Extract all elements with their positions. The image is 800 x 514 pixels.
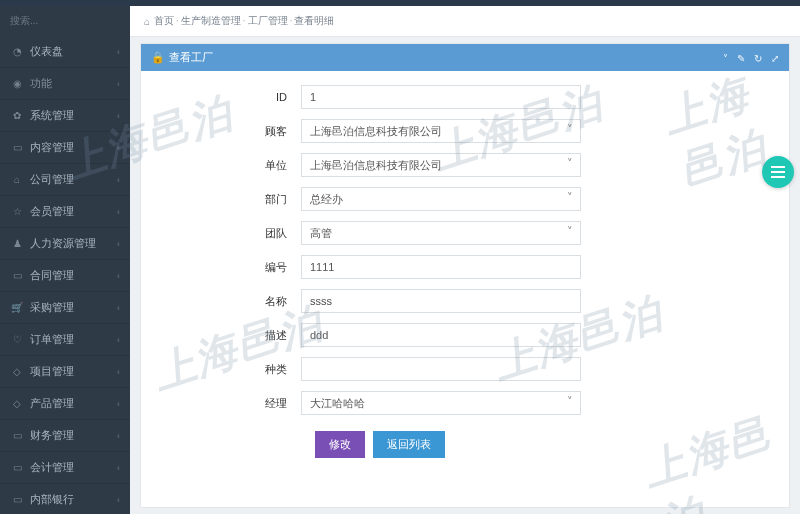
chevron-left-icon: ‹	[117, 79, 120, 89]
sidebar-item-6[interactable]: ♟人力资源管理‹	[0, 228, 130, 260]
breadcrumb-item[interactable]: 工厂管理	[248, 15, 288, 26]
chevron-left-icon: ‹	[117, 303, 120, 313]
chevron-left-icon: ‹	[117, 335, 120, 345]
field-label: 编号	[161, 260, 301, 275]
menu-item-icon: ▭	[10, 462, 24, 473]
sidebar-item-8[interactable]: 🛒采购管理‹	[0, 292, 130, 324]
sidebar-item-12[interactable]: ▭财务管理‹	[0, 420, 130, 452]
field-input-5[interactable]	[301, 255, 581, 279]
menu-item-icon: ☆	[10, 206, 24, 217]
field-input-4[interactable]	[301, 221, 581, 245]
sidebar-item-1[interactable]: ◉功能‹	[0, 68, 130, 100]
tool-chevdown-icon[interactable]: ˅	[723, 53, 728, 64]
fab-menu-icon[interactable]	[762, 156, 794, 188]
chevron-left-icon: ‹	[117, 367, 120, 377]
sidebar-item-2[interactable]: ✿系统管理‹	[0, 100, 130, 132]
field-label: ID	[161, 91, 301, 103]
form-row-3: 部门	[161, 187, 769, 211]
sidebar: 搜索... ◔仪表盘‹◉功能‹✿系统管理‹▭内容管理‹⌂公司管理‹☆会员管理‹♟…	[0, 6, 130, 514]
menu-item-icon: ▭	[10, 430, 24, 441]
chevron-left-icon: ‹	[117, 143, 120, 153]
form-row-5: 编号	[161, 255, 769, 279]
breadcrumb-item[interactable]: 生产制造管理	[181, 15, 241, 26]
sidebar-item-7[interactable]: ▭合同管理‹	[0, 260, 130, 292]
menu-item-icon: 🛒	[10, 302, 24, 313]
field-input-9[interactable]	[301, 391, 581, 415]
chevron-left-icon: ‹	[117, 207, 120, 217]
chevron-left-icon: ‹	[117, 431, 120, 441]
field-label: 顾客	[161, 124, 301, 139]
menu-item-label: 功能	[30, 76, 117, 91]
main-area: ⌂ 首页·生产制造管理·工厂管理·查看明细 🔒 查看工厂 ˅ ✎ ↻ ⤢ ID顾…	[130, 6, 800, 514]
field-input-8[interactable]	[301, 357, 581, 381]
field-input-3[interactable]	[301, 187, 581, 211]
sidebar-item-5[interactable]: ☆会员管理‹	[0, 196, 130, 228]
form-row-9: 经理	[161, 391, 769, 415]
lock-icon: 🔒	[151, 51, 165, 64]
field-label: 经理	[161, 396, 301, 411]
menu-item-icon: ◔	[10, 46, 24, 57]
breadcrumb-item[interactable]: 首页	[154, 15, 174, 26]
tool-expand-icon[interactable]: ⤢	[771, 53, 779, 64]
field-label: 描述	[161, 328, 301, 343]
menu-item-icon: ▭	[10, 494, 24, 505]
menu-item-label: 产品管理	[30, 396, 117, 411]
breadcrumb: ⌂ 首页·生产制造管理·工厂管理·查看明细	[130, 6, 800, 37]
back-button[interactable]: 返回列表	[373, 431, 445, 458]
menu-item-label: 采购管理	[30, 300, 117, 315]
menu-item-label: 内容管理	[30, 140, 117, 155]
chevron-left-icon: ‹	[117, 399, 120, 409]
menu-item-icon: ♡	[10, 334, 24, 345]
menu-item-icon: ▭	[10, 270, 24, 281]
sidebar-item-11[interactable]: ◇产品管理‹	[0, 388, 130, 420]
edit-button[interactable]: 修改	[315, 431, 365, 458]
menu-item-icon: ♟	[10, 238, 24, 249]
field-input-6[interactable]	[301, 289, 581, 313]
field-input-1[interactable]	[301, 119, 581, 143]
tool-refresh-icon[interactable]: ↻	[754, 53, 762, 64]
menu-item-label: 系统管理	[30, 108, 117, 123]
field-label: 团队	[161, 226, 301, 241]
menu-item-icon: ✿	[10, 110, 24, 121]
sidebar-item-13[interactable]: ▭会计管理‹	[0, 452, 130, 484]
menu-item-icon: ◉	[10, 78, 24, 89]
panel-body: ID顾客单位部门团队编号名称描述种类经理 修改 返回列表	[141, 71, 789, 507]
field-input-2[interactable]	[301, 153, 581, 177]
sidebar-menu: ◔仪表盘‹◉功能‹✿系统管理‹▭内容管理‹⌂公司管理‹☆会员管理‹♟人力资源管理…	[0, 36, 130, 514]
sidebar-item-14[interactable]: ▭内部银行‹	[0, 484, 130, 514]
home-icon[interactable]: ⌂	[144, 16, 150, 27]
sidebar-item-0[interactable]: ◔仪表盘‹	[0, 36, 130, 68]
form-row-8: 种类	[161, 357, 769, 381]
form-row-6: 名称	[161, 289, 769, 313]
menu-item-label: 会员管理	[30, 204, 117, 219]
panel: 🔒 查看工厂 ˅ ✎ ↻ ⤢ ID顾客单位部门团队编号名称描述种类经理 修改 返…	[140, 43, 790, 508]
menu-item-icon: ◇	[10, 398, 24, 409]
sidebar-item-9[interactable]: ♡订单管理‹	[0, 324, 130, 356]
field-input-0[interactable]	[301, 85, 581, 109]
chevron-left-icon: ‹	[117, 271, 120, 281]
breadcrumb-sep: ·	[241, 15, 248, 26]
field-label: 单位	[161, 158, 301, 173]
sidebar-item-4[interactable]: ⌂公司管理‹	[0, 164, 130, 196]
menu-item-icon: ◇	[10, 366, 24, 377]
breadcrumb-item[interactable]: 查看明细	[294, 15, 334, 26]
chevron-left-icon: ‹	[117, 239, 120, 249]
menu-item-label: 订单管理	[30, 332, 117, 347]
form-row-1: 顾客	[161, 119, 769, 143]
chevron-left-icon: ‹	[117, 463, 120, 473]
menu-item-label: 财务管理	[30, 428, 117, 443]
breadcrumb-sep: ·	[174, 15, 181, 26]
sidebar-item-10[interactable]: ◇项目管理‹	[0, 356, 130, 388]
tool-edit-icon[interactable]: ✎	[737, 53, 745, 64]
field-input-7[interactable]	[301, 323, 581, 347]
menu-item-label: 仪表盘	[30, 44, 117, 59]
menu-item-label: 会计管理	[30, 460, 117, 475]
sidebar-item-3[interactable]: ▭内容管理‹	[0, 132, 130, 164]
form-row-7: 描述	[161, 323, 769, 347]
sidebar-search[interactable]: 搜索...	[0, 6, 130, 36]
chevron-left-icon: ‹	[117, 47, 120, 57]
menu-item-icon: ▭	[10, 142, 24, 153]
panel-title: 查看工厂	[169, 50, 213, 65]
menu-item-icon: ⌂	[10, 174, 24, 185]
chevron-left-icon: ‹	[117, 175, 120, 185]
